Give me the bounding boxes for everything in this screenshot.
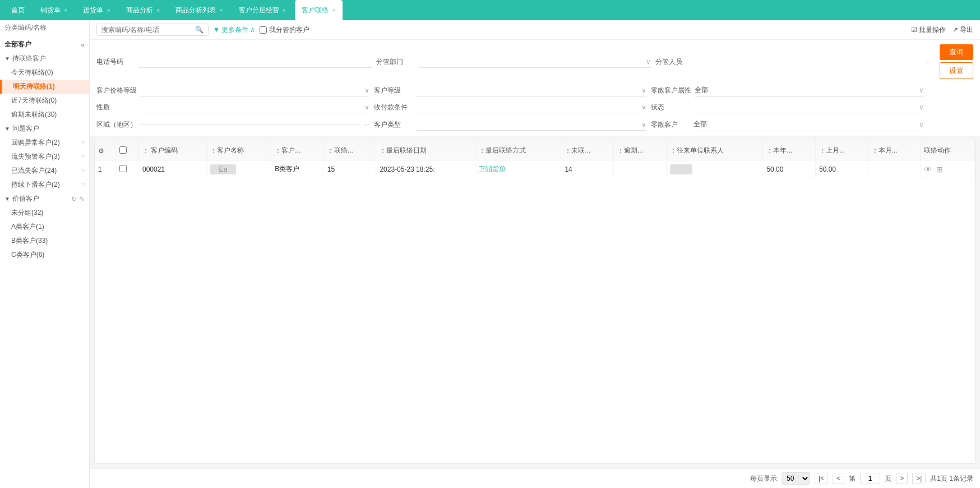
all-customers-label: 全部客户 bbox=[4, 40, 31, 49]
row-checkbox[interactable] bbox=[119, 165, 127, 172]
filter-customer-level-select[interactable]: ∨ bbox=[417, 85, 647, 96]
sidebar-item-tomorrow-contact[interactable]: 明天待联络(1) bbox=[0, 80, 89, 94]
close-icon[interactable]: × bbox=[64, 7, 67, 13]
sidebar-item-declining[interactable]: 持续下滑客户(2) ? bbox=[0, 178, 89, 192]
sidebar-item-overdue-contact[interactable]: 逾期未联络(30) bbox=[0, 108, 89, 122]
filter-scatter-customer: 零散客户 全部 ∨ bbox=[651, 118, 924, 131]
group-problem-customers[interactable]: ▼ 问题客户 bbox=[0, 122, 89, 136]
my-customers-checkbox-label[interactable]: 我分管的客户 bbox=[260, 25, 309, 35]
filter-manager-select[interactable] bbox=[698, 62, 922, 62]
grid-icon[interactable]: ⊞ bbox=[936, 165, 943, 174]
col-unit-contact[interactable]: ：往来单位联系人 bbox=[666, 141, 763, 160]
col-uncontacted[interactable]: ：未联... bbox=[561, 141, 614, 160]
sidebar-item-7days-contact[interactable]: 近7天待联络(0) bbox=[0, 94, 89, 108]
filter-scatter-attr-select[interactable]: 全部 ∨ bbox=[695, 84, 924, 97]
sidebar-item-churn-warning[interactable]: 流失预警客户(3) ? bbox=[0, 150, 89, 164]
cell-name[interactable]: Ea bbox=[206, 160, 271, 178]
prev-page-button[interactable]: < bbox=[833, 473, 844, 484]
cell-last-contact-method[interactable]: 下销货单 bbox=[475, 160, 561, 178]
sidebar-item-churned[interactable]: 已流失客户(24) ? bbox=[0, 164, 89, 178]
sidebar-search-box[interactable]: 🔍 bbox=[0, 20, 89, 35]
sidebar-item-ungrouped[interactable]: 未分组(32) bbox=[0, 206, 89, 220]
all-customers-header[interactable]: 全部客户 « bbox=[0, 35, 89, 52]
select-all-checkbox[interactable] bbox=[119, 146, 127, 154]
filter-phone-input[interactable] bbox=[139, 56, 372, 68]
refresh-icon[interactable]: ↻ bbox=[71, 195, 77, 203]
cell-checkbox[interactable] bbox=[115, 160, 138, 178]
eye-icon[interactable]: 👁 bbox=[924, 165, 932, 174]
edit-icon[interactable]: ✎ bbox=[79, 195, 85, 203]
my-customers-checkbox[interactable] bbox=[260, 26, 267, 34]
help-icon[interactable]: ? bbox=[81, 140, 85, 146]
filter-status-label: 状态 bbox=[651, 103, 690, 112]
nav-sales-order[interactable]: 销货单 × bbox=[34, 0, 74, 20]
sidebar-item-b-class[interactable]: B类客户(33) bbox=[0, 234, 89, 248]
filter-payment-terms-label: 收付款条件 bbox=[374, 103, 413, 112]
filter-customer-type-select[interactable]: ∨ bbox=[417, 119, 647, 131]
first-page-button[interactable]: |< bbox=[815, 473, 828, 484]
last-page-button[interactable]: >| bbox=[912, 473, 926, 484]
advanced-filters: 电话号码 分管部门 ∨ 分管人员 ··· 查询 设置 bbox=[90, 40, 980, 136]
col-checkbox[interactable] bbox=[115, 141, 138, 160]
export-btn[interactable]: ↗ 导出 bbox=[953, 25, 973, 35]
filter-scatter-attr-label: 零散客户属性 bbox=[651, 86, 691, 95]
more-conditions-btn[interactable]: ▼ 更多条件 ∧ bbox=[213, 25, 255, 35]
main-search-box[interactable]: 🔍 bbox=[96, 24, 209, 36]
nav-customer-contact[interactable]: 客户联络 × bbox=[295, 0, 342, 20]
close-icon[interactable]: × bbox=[283, 7, 286, 13]
sidebar-search-input[interactable] bbox=[4, 24, 89, 31]
col-this-year[interactable]: ：本年... bbox=[763, 141, 816, 160]
more-icon[interactable]: ··· bbox=[364, 121, 369, 128]
collapse-icon[interactable]: « bbox=[81, 41, 85, 49]
search-icon[interactable]: 🔍 bbox=[195, 26, 204, 34]
batch-operation-btn[interactable]: ☑ 批量操作 bbox=[911, 25, 946, 35]
filter-payment-terms-select[interactable]: ∨ bbox=[417, 102, 647, 113]
sidebar-item-repurchase-abnormal[interactable]: 回购异常客户(2) ? bbox=[0, 136, 89, 150]
cell-type: B类客户 bbox=[271, 160, 324, 178]
col-this-month[interactable]: ：本月... bbox=[868, 141, 921, 160]
close-icon[interactable]: × bbox=[332, 7, 335, 13]
sidebar-item-today-contact[interactable]: 今天待联络(0) bbox=[0, 66, 89, 80]
col-type[interactable]: ：客户... bbox=[271, 141, 324, 160]
nav-home[interactable]: 首页 bbox=[4, 0, 31, 20]
settings-button[interactable]: 设置 bbox=[940, 62, 973, 79]
filter-nature-select[interactable]: ∨ bbox=[139, 102, 369, 113]
arrow-down-icon: ▼ bbox=[4, 56, 10, 62]
sidebar-item-a-class[interactable]: A类客户(1) bbox=[0, 220, 89, 234]
filter-status-select[interactable]: ∨ bbox=[694, 102, 924, 113]
filter-icon: ▼ bbox=[213, 26, 220, 34]
group-value-customers[interactable]: ▼ 价值客户 ↻ ✎ bbox=[0, 192, 89, 206]
query-button[interactable]: 查询 bbox=[940, 44, 973, 60]
filter-region-input[interactable] bbox=[140, 125, 360, 125]
more-icon[interactable]: ··· bbox=[925, 58, 931, 66]
close-icon[interactable]: × bbox=[107, 7, 110, 13]
col-code[interactable]: ：客户编码 bbox=[138, 141, 206, 160]
col-last-month[interactable]: ：上月... bbox=[815, 141, 868, 160]
current-page-input[interactable] bbox=[860, 473, 880, 484]
next-page-button[interactable]: > bbox=[896, 473, 908, 484]
col-contacts[interactable]: ：联络... bbox=[323, 141, 376, 160]
close-icon[interactable]: × bbox=[156, 7, 160, 13]
per-page-select[interactable]: 50 100 200 bbox=[782, 472, 810, 485]
nav-customer-tier[interactable]: 客户分层经营 × bbox=[232, 0, 293, 20]
group-pending-contact[interactable]: ▼ 待联络客户 bbox=[0, 52, 89, 66]
col-name[interactable]: ：客户名称 bbox=[206, 141, 271, 160]
nav-product-analysis-list[interactable]: 商品分析列表 × bbox=[169, 0, 229, 20]
col-overdue[interactable]: ：逾期... bbox=[613, 141, 666, 160]
filter-price-level-select[interactable]: ∨ bbox=[140, 85, 369, 96]
main-search-input[interactable] bbox=[101, 26, 195, 34]
col-settings[interactable]: ⚙ bbox=[95, 141, 115, 160]
per-page-label: 每页显示 bbox=[750, 474, 777, 484]
help-icon[interactable]: ? bbox=[81, 168, 85, 174]
help-icon[interactable]: ? bbox=[81, 154, 85, 160]
col-last-contact-method[interactable]: ：最后联络方式 bbox=[475, 141, 561, 160]
help-icon[interactable]: ? bbox=[81, 182, 85, 188]
filter-phone-label: 电话号码 bbox=[96, 57, 136, 67]
filter-dept-select[interactable]: ∨ bbox=[419, 56, 651, 68]
filter-scatter-customer-select[interactable]: 全部 ∨ bbox=[694, 118, 924, 131]
col-last-contact-date[interactable]: ：最后联络日期 bbox=[376, 141, 475, 160]
nav-purchase-order[interactable]: 进货单 × bbox=[76, 0, 117, 20]
close-icon[interactable]: × bbox=[219, 7, 223, 13]
sidebar-item-c-class[interactable]: C类客户(6) bbox=[0, 248, 89, 262]
nav-product-analysis[interactable]: 商品分析 × bbox=[119, 0, 167, 20]
